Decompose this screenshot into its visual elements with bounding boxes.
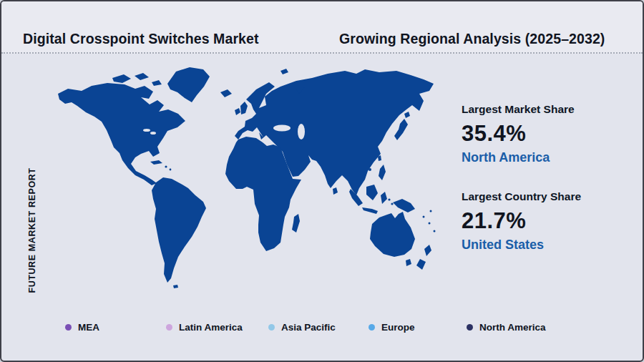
report-subtitle: Growing Regional Analysis (2025–2032) <box>339 31 605 47</box>
legend-dot-mea <box>65 324 72 331</box>
brand-vertical-label: FUTURE MARKET REPORT <box>27 166 39 295</box>
header-bar: Digital Crosspoint Switches Market Growi… <box>1 1 643 54</box>
legend-item-north-america: North America <box>467 320 546 334</box>
legend-item-asia-pacific: Asia Pacific <box>268 320 336 334</box>
world-map-land <box>58 67 436 288</box>
world-map <box>44 62 445 291</box>
legend-item-latin-america: Latin America <box>166 320 243 334</box>
legend-dot-latin-america <box>166 324 172 331</box>
stat-market-share: Largest Market Share 35.4% North America <box>462 103 575 165</box>
stat-market-share-value: 35.4% <box>462 122 575 145</box>
legend-dot-europe <box>369 324 375 331</box>
legend-label-europe: Europe <box>381 322 415 333</box>
market-title: Digital Crosspoint Switches Market <box>23 31 259 47</box>
legend-item-europe: Europe <box>369 320 415 334</box>
stat-country-share: Largest Country Share 21.7% United State… <box>462 190 581 253</box>
legend-dot-asia-pacific <box>268 324 275 331</box>
infographic-frame: Digital Crosspoint Switches Market Growi… <box>0 0 644 362</box>
world-map-container <box>44 62 445 291</box>
stat-market-share-label: Largest Market Share <box>462 103 575 116</box>
legend-label-north-america: North America <box>479 322 546 333</box>
stat-market-share-region: North America <box>462 150 575 165</box>
stat-country-share-label: Largest Country Share <box>462 190 581 203</box>
legend-dot-north-america <box>467 324 473 331</box>
legend-label-latin-america: Latin America <box>179 322 243 333</box>
legend-label-asia-pacific: Asia Pacific <box>281 322 336 333</box>
region-legend: MEA Latin America Asia Pacific Europe No… <box>1 320 643 334</box>
legend-item-mea: MEA <box>65 320 99 334</box>
legend-label-mea: MEA <box>78 322 99 333</box>
stat-country-share-value: 21.7% <box>462 210 581 232</box>
stat-country-share-region: United States <box>462 238 581 253</box>
